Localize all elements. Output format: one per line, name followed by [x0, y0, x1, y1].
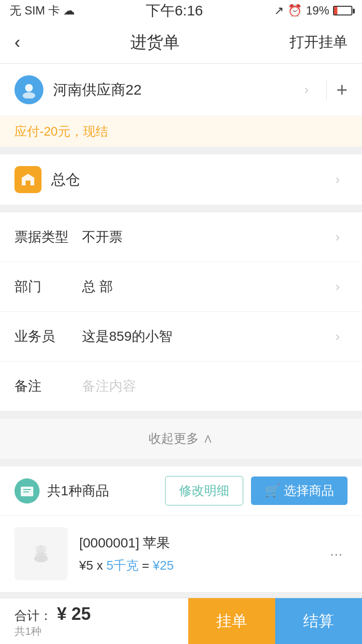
supplier-row[interactable]: 河南供应商22 › +	[0, 64, 362, 116]
select-product-label: 选择商品	[284, 482, 334, 499]
checkout-button[interactable]: 结算	[275, 598, 362, 644]
invoice-type-value: 不开票	[72, 228, 335, 246]
invoice-chevron-icon: ›	[335, 229, 340, 245]
warehouse-chevron-icon: ›	[335, 172, 340, 187]
warehouse-icon	[14, 166, 42, 193]
bottom-bar: 合计： ¥ 25 共1种 挂单 结算	[0, 598, 362, 644]
svg-rect-2	[26, 181, 30, 185]
invoice-type-label: 票据类型	[14, 228, 72, 246]
remark-row[interactable]: 备注 备注内容	[0, 362, 362, 411]
edit-detail-button[interactable]: 修改明细	[165, 476, 243, 505]
warehouse-row[interactable]: 总仓 ›	[0, 154, 362, 205]
supplier-section: 河南供应商22 › + 应付-20元，现结	[0, 64, 362, 147]
product-name: [0000001] 苹果	[79, 534, 325, 552]
svg-point-7	[43, 546, 47, 550]
svg-point-0	[25, 84, 33, 92]
status-left: 无 SIM 卡 ☁	[10, 3, 75, 18]
divider	[326, 80, 327, 99]
total-sub: 共1种	[14, 624, 174, 639]
product-thumbnail	[14, 527, 68, 580]
status-right: ↗ ⏰ 19%	[274, 4, 352, 17]
product-count-icon	[14, 478, 40, 504]
select-product-button[interactable]: 🛒 选择商品	[251, 476, 348, 505]
alarm-icon: ⏰	[288, 4, 302, 17]
status-bar: 无 SIM 卡 ☁ 下午6:16 ↗ ⏰ 19%	[0, 0, 362, 21]
total-label: 合计：	[14, 607, 52, 624]
product-total: ¥25	[153, 558, 174, 573]
salesman-value: 这是859的小智	[72, 327, 335, 346]
product-more-button[interactable]: ···	[325, 545, 348, 563]
department-value: 总 部	[72, 278, 335, 296]
svg-point-5	[34, 555, 48, 562]
hang-button[interactable]: 挂单	[188, 598, 275, 644]
svg-point-6	[35, 546, 39, 550]
svg-point-1	[23, 92, 35, 98]
battery-icon	[333, 6, 352, 15]
collapse-bar[interactable]: 收起更多 ∧	[0, 419, 362, 459]
back-button[interactable]: ‹	[14, 32, 20, 53]
product-count-text: 共1种商品	[47, 482, 165, 500]
department-chevron-icon: ›	[335, 279, 340, 294]
open-pending-button[interactable]: 打开挂单	[290, 32, 348, 52]
remark-label: 备注	[14, 377, 72, 395]
product-unit-price: ¥5	[79, 558, 93, 573]
salesman-label: 业务员	[14, 327, 72, 346]
supplier-chevron-icon: ›	[304, 82, 308, 98]
form-section: 票据类型 不开票 › 部门 总 部 › 业务员 这是859的小智 › 备注 备注…	[0, 212, 362, 411]
product-quantity: 5千克	[106, 558, 138, 573]
product-info: [0000001] 苹果 ¥5 x 5千克 = ¥25	[79, 534, 325, 574]
total-amount: ¥ 25	[57, 604, 91, 624]
warehouse-name: 总仓	[51, 170, 335, 190]
department-row[interactable]: 部门 总 部 ›	[0, 262, 362, 312]
salesman-chevron-icon: ›	[335, 329, 340, 344]
total-section: 合计： ¥ 25 共1种	[0, 604, 188, 639]
cart-icon: 🛒	[265, 483, 280, 498]
battery-text: 19%	[306, 4, 329, 17]
invoice-type-row[interactable]: 票据类型 不开票 ›	[0, 212, 362, 262]
supplier-name: 河南供应商22	[53, 80, 304, 100]
remark-input[interactable]: 备注内容	[72, 377, 348, 395]
location-icon: ↗	[274, 4, 284, 17]
notice-bar: 应付-20元，现结	[0, 116, 362, 147]
page-title: 进货单	[130, 31, 180, 54]
nav-bar: ‹ 进货单 打开挂单	[0, 21, 362, 64]
product-section: 共1种商品 修改明细 🛒 选择商品 [0000001] 苹果 ¥5 x 5千克 …	[0, 466, 362, 592]
product-price: ¥5 x 5千克 = ¥25	[79, 557, 325, 574]
product-item: [0000001] 苹果 ¥5 x 5千克 = ¥25 ···	[0, 516, 362, 592]
product-header: 共1种商品 修改明细 🛒 选择商品	[0, 466, 362, 516]
status-time: 下午6:16	[146, 1, 203, 21]
sim-status: 无 SIM 卡 ☁	[10, 3, 75, 18]
add-button[interactable]: +	[336, 79, 348, 101]
department-label: 部门	[14, 278, 72, 296]
salesman-row[interactable]: 业务员 这是859的小智 ›	[0, 312, 362, 362]
supplier-avatar	[14, 75, 43, 104]
